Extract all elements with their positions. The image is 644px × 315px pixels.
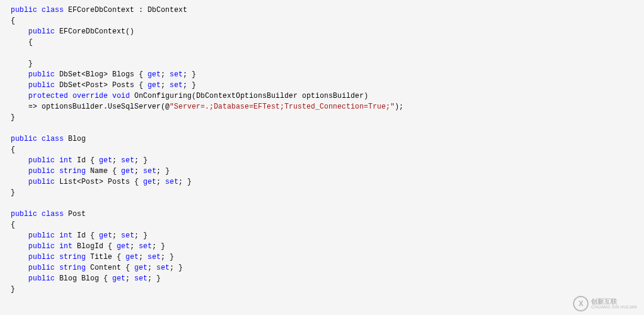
code-token-punct: }	[11, 113, 15, 122]
code-token-ident: ; }	[156, 167, 169, 175]
code-token-kw: get	[147, 70, 160, 79]
code-token-ident: Title {	[90, 253, 125, 261]
code-token-punct: {	[11, 221, 15, 229]
code-token-ident: ;	[125, 274, 134, 283]
code-token-kw: set	[134, 274, 147, 283]
code-line: public class Blog	[11, 134, 644, 144]
code-token-kw: get	[99, 231, 112, 240]
code-token-kw: class	[42, 210, 64, 218]
code-token-ident: Name {	[90, 167, 121, 175]
code-line: => optionsBuilder.UseSqlServer(@"Server=…	[11, 101, 644, 112]
code-token-kw: get	[99, 156, 112, 165]
code-line: public DbSet<Post> Posts { get; set; }	[11, 80, 644, 91]
code-token-ident: Post	[68, 210, 86, 218]
code-token-str: "Server=.;Database=EFTest;Trusted_Connec…	[169, 103, 394, 111]
code-line: public int BlogId { get; set; }	[11, 241, 644, 252]
code-line: }	[11, 187, 644, 198]
watermark-icon: X	[573, 296, 589, 311]
code-token-ident: ; }	[161, 253, 174, 261]
code-token-ident: Blog Blog {	[59, 274, 112, 283]
code-token-kw: get	[121, 167, 134, 175]
code-token-kw: set	[121, 231, 134, 240]
code-line: public int Id { get; set; }	[11, 155, 644, 166]
code-line: protected override void OnConfiguring(Db…	[11, 91, 644, 101]
code-token-ident: ;	[161, 70, 170, 79]
code-token-kw: public	[29, 156, 55, 165]
code-token-kw: class	[42, 6, 64, 14]
code-token-kw: get	[147, 81, 160, 89]
code-token-kw: int	[59, 156, 72, 165]
code-token-kw: get	[117, 242, 130, 251]
code-token-kw: set	[156, 264, 169, 272]
code-token-kw: override	[73, 92, 108, 100]
code-line: public string Title { get; set; }	[11, 252, 644, 262]
code-line: public string Content { get; set; }	[11, 262, 644, 273]
code-line: public string Name { get; set; }	[11, 166, 644, 177]
watermark-icon-letter: X	[578, 298, 583, 309]
code-token-ident: List<Post> Posts {	[59, 178, 143, 186]
code-token-ident: ;	[139, 253, 148, 261]
code-token-kw: public	[11, 135, 37, 143]
code-token-kw: get	[134, 264, 147, 272]
code-token-ident: ; }	[152, 242, 165, 251]
code-token-ident: DbSet<Post> Posts {	[59, 81, 147, 89]
code-token-kw: public	[29, 70, 55, 79]
code-token-ident: ; }	[178, 178, 191, 186]
code-token-kw: set	[121, 156, 134, 165]
code-token-kw: public	[29, 242, 55, 251]
code-token-kw: get	[112, 274, 125, 283]
watermark-en: CHUANG XIN HULIAN	[591, 305, 637, 309]
code-token-ident: Id {	[77, 231, 99, 240]
code-line: {	[11, 16, 644, 26]
code-token-kw: set	[170, 70, 183, 79]
code-token-ident: ; }	[183, 70, 196, 79]
code-line: public class EFCoreDbContext : DbContext	[11, 5, 644, 16]
code-token-ident: Blog	[68, 135, 86, 143]
code-token-kw: public	[29, 264, 55, 272]
code-token-ident: ;	[156, 178, 165, 186]
code-line	[11, 198, 644, 209]
code-token-kw: string	[59, 167, 85, 175]
code-token-kw: public	[29, 167, 55, 175]
code-token-punct: }	[11, 189, 15, 197]
code-line: public EFCoreDbContext()	[11, 26, 644, 37]
code-token-ident: => optionsBuilder.UseSqlServer(@	[29, 103, 170, 111]
code-line: public DbSet<Blog> Blogs { get; set; }	[11, 69, 644, 80]
code-line	[11, 48, 644, 58]
code-token-kw: public	[29, 27, 55, 36]
watermark: X 创新互联 CHUANG XIN HULIAN	[573, 296, 637, 311]
code-token-ident: ; }	[134, 156, 147, 165]
code-token-ident: ;	[161, 81, 170, 89]
code-token-ident: EFCoreDbContext : DbContext	[68, 6, 187, 14]
code-token-punct: {	[11, 17, 15, 25]
code-line: }	[11, 112, 644, 123]
code-token-kw: public	[29, 274, 55, 283]
code-token-kw: set	[165, 178, 178, 186]
watermark-text: 创新互联 CHUANG XIN HULIAN	[591, 298, 637, 309]
code-token-ident: );	[395, 103, 404, 111]
code-line: {	[11, 220, 644, 230]
code-token-kw: string	[59, 264, 85, 272]
code-token-kw: set	[143, 167, 156, 175]
code-token-kw: public	[29, 178, 55, 186]
code-line: public List<Post> Posts { get; set; }	[11, 177, 644, 187]
code-token-kw: public	[11, 6, 37, 14]
code-line: {	[11, 37, 644, 48]
code-token-kw: set	[170, 81, 183, 89]
watermark-cn: 创新互联	[591, 298, 637, 305]
code-token-kw: public	[11, 210, 37, 218]
code-token-ident: EFCoreDbContext()	[59, 27, 134, 36]
code-token-ident: OnConfiguring(DbContextOptionsBuilder op…	[134, 92, 368, 100]
code-token-punct: }	[29, 60, 33, 68]
code-token-punct: }	[11, 285, 15, 294]
code-token-kw: class	[42, 135, 64, 143]
code-token-kw: get	[125, 253, 138, 261]
code-line: }	[11, 284, 644, 295]
code-line: {	[11, 144, 644, 155]
code-token-kw: set	[148, 253, 161, 261]
code-line: }	[11, 58, 644, 69]
code-block: public class EFCoreDbContext : DbContext…	[0, 0, 644, 299]
code-token-punct: {	[11, 146, 15, 154]
code-token-kw: public	[29, 81, 55, 89]
code-token-ident: ;	[112, 156, 121, 165]
